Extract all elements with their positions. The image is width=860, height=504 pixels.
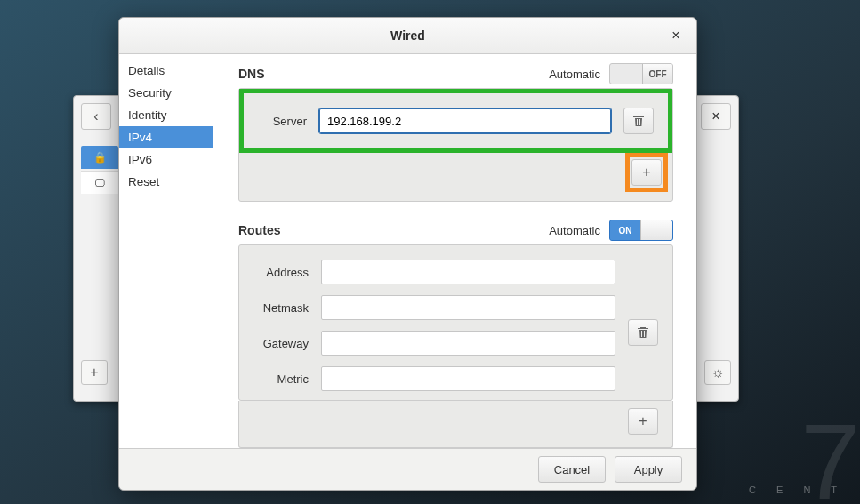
dialog-body: Details Security Identity IPv4 IPv6 Rese… [119, 54, 696, 448]
dns-automatic-label: Automatic [549, 68, 600, 81]
routes-add-row: + [238, 401, 673, 448]
route-delete-button[interactable] [628, 319, 658, 346]
route-metric-row: Metric [253, 366, 615, 391]
dialog-title: Wired [390, 28, 425, 43]
apply-button[interactable]: Apply [615, 456, 682, 483]
routes-section-header: Routes Automatic ON [238, 220, 673, 241]
dialog-footer: Cancel Apply [119, 448, 696, 490]
routes-automatic-label: Automatic [549, 224, 600, 237]
centos-watermark-text: C E N T [749, 484, 846, 495]
plus-icon: + [90, 364, 98, 380]
routes-automatic-switch[interactable]: ON [609, 220, 673, 241]
route-gateway-row: Gateway [253, 331, 615, 356]
close-icon: × [711, 108, 719, 124]
dns-section-header: DNS Automatic OFF [238, 63, 673, 84]
bg-add-button[interactable]: + [81, 360, 108, 385]
dns-add-button[interactable]: + [631, 159, 662, 186]
wired-settings-dialog: Wired × Details Security Identity IPv4 I… [118, 17, 697, 491]
background-close-button[interactable]: × [701, 103, 731, 130]
route-address-row: Address [253, 260, 615, 284]
bg-tab-proxy[interactable]: 🖵 [81, 171, 118, 194]
route-gateway-label: Gateway [253, 337, 309, 350]
wired-icon: 🔒 [93, 151, 107, 164]
dns-heading: DNS [238, 67, 265, 81]
dns-delete-button[interactable] [623, 108, 654, 134]
switch-off-label: OFF [642, 64, 672, 84]
bg-tab-wired[interactable]: 🔒 [81, 146, 118, 169]
dns-add-highlight: + [625, 153, 668, 192]
titlebar: Wired × [119, 18, 696, 54]
sidebar-item-ipv6[interactable]: IPv6 [119, 148, 213, 171]
routes-container: Address Netmask Gateway Metric [238, 244, 673, 448]
plus-icon: + [639, 413, 647, 429]
dns-automatic-switch[interactable]: OFF [609, 63, 673, 84]
switch-track [640, 220, 672, 240]
back-button[interactable]: ‹ [81, 103, 111, 130]
plus-icon: + [642, 164, 650, 180]
dns-servers-box: Server + [238, 88, 673, 202]
dns-server-row-highlight: Server [239, 89, 672, 153]
routes-fields: Address Netmask Gateway Metric [253, 260, 615, 391]
route-netmask-label: Netmask [253, 301, 309, 315]
proxy-icon: 🖵 [94, 177, 105, 189]
sidebar-item-details[interactable]: Details [119, 60, 213, 82]
sidebar-item-security[interactable]: Security [119, 82, 213, 104]
switch-on-label: ON [610, 220, 640, 240]
route-netmask-input[interactable] [321, 295, 615, 320]
close-icon: × [671, 28, 679, 44]
route-address-label: Address [253, 266, 309, 279]
routes-heading: Routes [238, 223, 280, 237]
dns-automatic-group: Automatic OFF [549, 63, 673, 84]
close-button[interactable]: × [668, 28, 684, 44]
routes-box: Address Netmask Gateway Metric [238, 244, 673, 401]
route-add-button[interactable]: + [628, 408, 658, 435]
route-netmask-row: Netmask [253, 295, 615, 320]
route-gateway-input[interactable] [321, 331, 615, 356]
route-metric-input[interactable] [321, 366, 615, 391]
switch-track [610, 64, 642, 84]
trash-icon [637, 326, 649, 339]
sidebar: Details Security Identity IPv4 IPv6 Rese… [119, 54, 213, 448]
dns-server-input[interactable] [319, 108, 611, 133]
sidebar-item-ipv4[interactable]: IPv4 [119, 126, 213, 148]
sidebar-item-reset[interactable]: Reset [119, 171, 213, 193]
route-metric-label: Metric [253, 372, 309, 386]
routes-automatic-group: Automatic ON [549, 220, 673, 241]
content-panel: DNS Automatic OFF Server [213, 54, 696, 448]
dns-server-label: Server [258, 115, 307, 128]
gear-icon: ☼ [711, 364, 725, 380]
chevron-left-icon: ‹ [93, 108, 98, 124]
routes-actions [628, 260, 658, 391]
route-address-input[interactable] [321, 260, 615, 284]
cancel-button[interactable]: Cancel [538, 456, 606, 483]
dns-add-row: + [239, 153, 672, 201]
bg-settings-button[interactable]: ☼ [704, 360, 731, 385]
sidebar-item-identity[interactable]: Identity [119, 104, 213, 126]
trash-icon [632, 115, 645, 127]
